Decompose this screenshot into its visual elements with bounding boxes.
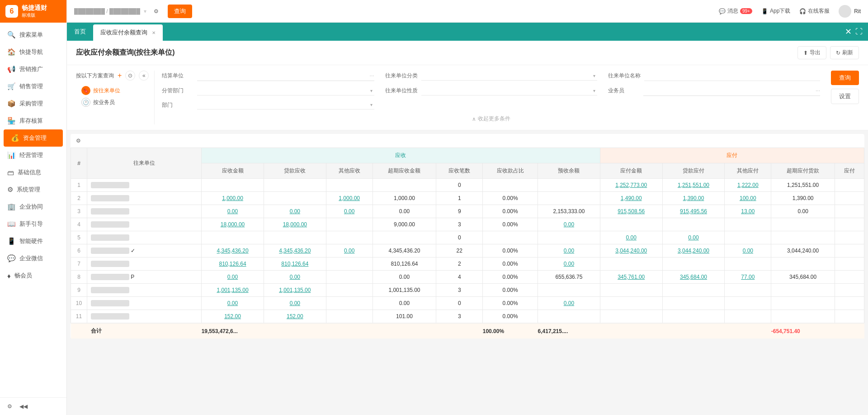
staff-input[interactable]: ··· <box>643 86 820 96</box>
tab-home[interactable]: 首页 <box>67 23 93 41</box>
customer-service-button[interactable]: 🎧 在线客服 <box>799 7 830 15</box>
arr-amount-9[interactable]: 1,001,135.00 <box>202 284 264 297</box>
table-row: 5 ██████████ 0 0.00 0.00 <box>71 231 864 244</box>
refresh-button[interactable]: ↻ 刷新 <box>830 46 859 59</box>
sidebar-item-marketing[interactable]: 📢 营销推广 <box>0 61 66 78</box>
sidebar-item-member[interactable]: ♦ 畅会员 <box>0 267 66 284</box>
sidebar-item-capital[interactable]: 💰 资金管理 <box>4 129 63 147</box>
loan-pay-5[interactable]: 0.00 <box>662 231 725 244</box>
dept-dropdown[interactable]: ▾ <box>197 86 374 95</box>
collapse-up-icon: ∧ <box>472 116 476 122</box>
other-arr-3[interactable]: 0.00 <box>326 205 373 218</box>
sidebar-item-hardware[interactable]: 📱 智能硬件 <box>0 233 66 250</box>
tab-maximize-icon[interactable]: ⛶ <box>855 28 863 36</box>
sidebar-item-search[interactable]: 🔍 搜索菜单 <box>0 26 66 43</box>
tab-close-icon[interactable]: ✕ <box>152 30 156 35</box>
other-arr-6[interactable]: 0.00 <box>326 244 373 258</box>
arr-amount-2[interactable]: 1,000.00 <box>202 192 264 205</box>
sidebar-item-guide[interactable]: 📖 新手引导 <box>0 215 66 233</box>
sidebar-item-corp[interactable]: 🏢 企业协同 <box>0 198 66 215</box>
tab-balance[interactable]: 应收应付余额查询 ✕ <box>93 24 163 41</box>
other-pay-3[interactable]: 13.00 <box>725 205 771 218</box>
loan-pay-6[interactable]: 3,044,240.00 <box>662 244 725 258</box>
filter-settings-button[interactable]: 设置 <box>831 89 859 104</box>
arr-amount-6[interactable]: 4,345,436.20 <box>202 244 264 258</box>
tab-close-window-icon[interactable]: ✕ <box>845 27 852 37</box>
row-num-4: 4 <box>71 218 87 231</box>
loan-pay-3[interactable]: 915,495.56 <box>662 205 725 218</box>
other-arr-2[interactable]: 1,000.00 <box>326 192 373 205</box>
loan-arr-11[interactable]: 152.00 <box>264 310 326 324</box>
arr-amount-3[interactable]: 0.00 <box>202 205 264 218</box>
loan-arr-10[interactable]: 0.00 <box>264 297 326 310</box>
overdue-arr-9: 1,001,135.00 <box>373 284 436 297</box>
sidebar-item-wechat[interactable]: 💬 企业微信 <box>0 250 66 267</box>
loan-arr-7[interactable]: 810,126.64 <box>264 258 326 271</box>
other-pay-8[interactable]: 77.00 <box>725 271 771 284</box>
pay-amount-5[interactable]: 0.00 <box>600 231 662 244</box>
sidebar-item-operations[interactable]: 📊 经营管理 <box>0 147 66 164</box>
arr-amount-10[interactable]: 0.00 <box>202 297 264 310</box>
sidebar-settings-icon[interactable]: ⚙ <box>7 403 12 410</box>
query-button[interactable]: 查询 <box>831 71 859 85</box>
pay-amount-6[interactable]: 3,044,240.00 <box>600 244 662 258</box>
pay-amount-1[interactable]: 1,252,773.00 <box>600 179 662 192</box>
loan-pay-9 <box>662 284 725 297</box>
pay-amount-2[interactable]: 1,490.00 <box>600 192 662 205</box>
arr-amount-4[interactable]: 18,000.00 <box>202 218 264 231</box>
loan-arr-3[interactable]: 0.00 <box>264 205 326 218</box>
prepay-7[interactable]: 0.00 <box>538 258 600 271</box>
col-other-pay: 其他应付 <box>725 163 771 179</box>
sidebar: 6 畅捷通财 标准版 🔍 搜索菜单 🏠 快捷导航 📢 营销推广 🛒 销售管理 📦… <box>0 0 67 415</box>
sidebar-collapse-icon[interactable]: ◀◀ <box>19 403 28 410</box>
arr-amount-11[interactable]: 152.00 <box>202 310 264 324</box>
other-pay-1[interactable]: 1,222.00 <box>725 179 771 192</box>
app-download-button[interactable]: 📱 App下载 <box>761 7 790 15</box>
overdue-arr-11: 101.00 <box>373 310 436 324</box>
prepay-6[interactable]: 0.00 <box>538 244 600 258</box>
prepay-10[interactable]: 0.00 <box>538 297 600 310</box>
sidebar-item-base[interactable]: 🗃 基础信息 <box>0 164 66 181</box>
sidebar-item-inventory[interactable]: 🏪 库存核算 <box>0 112 66 129</box>
scheme-by-staff[interactable]: 🕐 按业务员 <box>81 98 143 107</box>
loan-pay-1[interactable]: 1,251,551.00 <box>662 179 725 192</box>
loan-arr-8[interactable]: 0.00 <box>264 271 326 284</box>
unit-nature-dropdown[interactable]: ▾ <box>421 86 597 95</box>
loan-pay-8[interactable]: 345,684.00 <box>662 271 725 284</box>
sidebar-item-quicknav[interactable]: 🏠 快捷导航 <box>0 43 66 61</box>
branch-dept-dropdown[interactable]: ▾ <box>197 100 374 110</box>
prepay-4[interactable]: 0.00 <box>538 218 600 231</box>
scheme-by-unit[interactable]: 🔖 按往来单位 <box>81 86 143 95</box>
loan-pay-2[interactable]: 1,390.00 <box>662 192 725 205</box>
footer-pay-amount <box>600 323 662 339</box>
other-pay-2[interactable]: 100.00 <box>725 192 771 205</box>
table-settings-icon[interactable]: ⚙ <box>76 138 81 144</box>
other-pay-10 <box>725 297 771 310</box>
loan-arr-5 <box>264 231 326 244</box>
user-menu[interactable]: Rit <box>839 5 861 18</box>
pay-amount-3[interactable]: 915,508.56 <box>600 205 662 218</box>
messages-button[interactable]: 💬 消息 99+ <box>719 7 752 15</box>
loan-arr-9[interactable]: 1,001,135.00 <box>264 284 326 297</box>
loan-arr-4[interactable]: 18,000.00 <box>264 218 326 231</box>
pay-amount-8[interactable]: 345,761.00 <box>600 271 662 284</box>
unit-nature-arrow: ▾ <box>593 88 595 93</box>
arr-amount-7[interactable]: 810,126.64 <box>202 258 264 271</box>
other-pay-6[interactable]: 0.00 <box>725 244 771 258</box>
arr-amount-8[interactable]: 0.00 <box>202 271 264 284</box>
collapse-more-button[interactable]: ∧ 收起更多条件 <box>162 113 820 124</box>
unit-type-dropdown[interactable]: ▾ <box>421 72 597 81</box>
scheme-settings-icon[interactable]: ⊙ <box>125 71 135 81</box>
scheme-collapse-icon[interactable]: « <box>139 71 149 81</box>
loan-arr-6[interactable]: 4,345,436.20 <box>264 244 326 258</box>
add-scheme-button[interactable]: + <box>118 72 122 80</box>
settlement-unit-input[interactable]: ··· <box>197 71 374 81</box>
export-button[interactable]: ⬆ 导出 <box>797 46 826 59</box>
sidebar-item-sales[interactable]: 🛒 销售管理 <box>0 78 66 95</box>
sidebar-item-purchase[interactable]: 📦 采购管理 <box>0 95 66 112</box>
unit-name-input[interactable] <box>644 71 820 81</box>
sidebar-item-system[interactable]: ⚙ 系统管理 <box>0 181 66 198</box>
arr-count-2: 1 <box>436 192 483 205</box>
promo-button[interactable]: 查询 <box>168 5 192 18</box>
settings-gear-icon[interactable]: ⚙ <box>154 8 159 14</box>
